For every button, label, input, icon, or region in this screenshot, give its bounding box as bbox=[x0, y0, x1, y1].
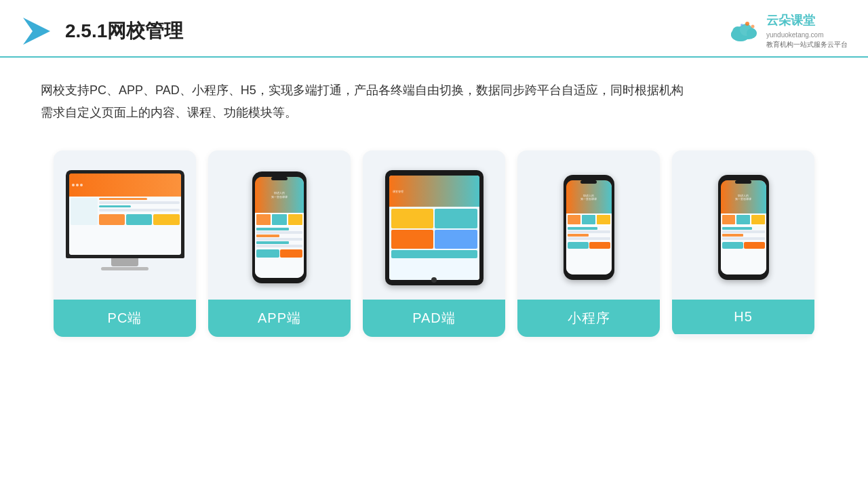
description-text: 网校支持PC、APP、PAD、小程序、H5，实现多端打通，产品各终端自由切换，数… bbox=[0, 58, 868, 130]
description-line2: 需求自定义页面上的内容、课程、功能模块等。 bbox=[41, 106, 297, 119]
card-pad: 课堂管理 PAD端 bbox=[363, 150, 505, 337]
brand-name: 云朵课堂 bbox=[766, 12, 848, 29]
description-line1: 网校支持PC、APP、PAD、小程序、H5，实现多端打通，产品各终端自由切换，数… bbox=[41, 83, 684, 97]
card-pad-image: 课堂管理 bbox=[363, 150, 505, 300]
card-miniprogram-label: 小程序 bbox=[517, 300, 660, 337]
card-h5-image: 职进人的第一堂创课课 bbox=[672, 150, 814, 300]
svg-point-9 bbox=[751, 24, 755, 28]
h5-phone-mockup: 职进人的第一堂创课课 bbox=[718, 175, 769, 280]
card-app-image: 职进人的第一堂创课课 bbox=[208, 150, 351, 300]
logo-arrow-icon bbox=[20, 15, 53, 47]
page-title: 2.5.1网校管理 bbox=[65, 18, 183, 44]
brand-url: yunduoketang.com bbox=[766, 30, 848, 40]
card-pc-image bbox=[54, 150, 196, 300]
cloud-icon bbox=[727, 18, 762, 44]
brand-logo-area: 云朵课堂 yunduoketang.com 教育机构一站式服务云平台 bbox=[727, 12, 848, 49]
brand-logo: 云朵课堂 yunduoketang.com 教育机构一站式服务云平台 bbox=[727, 12, 848, 49]
svg-marker-0 bbox=[23, 18, 50, 45]
svg-point-8 bbox=[745, 22, 749, 26]
brand-text: 云朵课堂 yunduoketang.com 教育机构一站式服务云平台 bbox=[766, 12, 848, 49]
cards-container: PC端 职进人的第一堂创课课 bbox=[0, 130, 868, 357]
pc-mockup bbox=[64, 170, 186, 285]
card-h5-label: H5 bbox=[672, 300, 814, 334]
card-pc: PC端 bbox=[54, 150, 196, 337]
header: 2.5.1网校管理 云朵课堂 yunduoketang.com 教育机构一站 bbox=[0, 0, 868, 58]
card-app: 职进人的第一堂创课课 bbox=[208, 150, 351, 337]
app-phone-mockup: 职进人的第一堂创课课 bbox=[252, 171, 307, 283]
svg-point-7 bbox=[747, 28, 756, 38]
card-miniprogram: 职进人的第一堂创课课 bbox=[517, 150, 660, 337]
brand-tagline: 教育机构一站式服务云平台 bbox=[766, 40, 848, 49]
tablet-mockup: 课堂管理 bbox=[385, 170, 484, 285]
card-miniprogram-image: 职进人的第一堂创课课 bbox=[517, 150, 660, 300]
card-pad-label: PAD端 bbox=[363, 300, 505, 337]
miniprogram-phone-mockup: 职进人的第一堂创课课 bbox=[564, 175, 614, 280]
card-h5: 职进人的第一堂创课课 bbox=[672, 150, 814, 337]
card-pc-label: PC端 bbox=[54, 300, 196, 337]
header-left: 2.5.1网校管理 bbox=[20, 15, 183, 47]
card-app-label: APP端 bbox=[208, 300, 351, 337]
svg-point-10 bbox=[741, 24, 743, 26]
